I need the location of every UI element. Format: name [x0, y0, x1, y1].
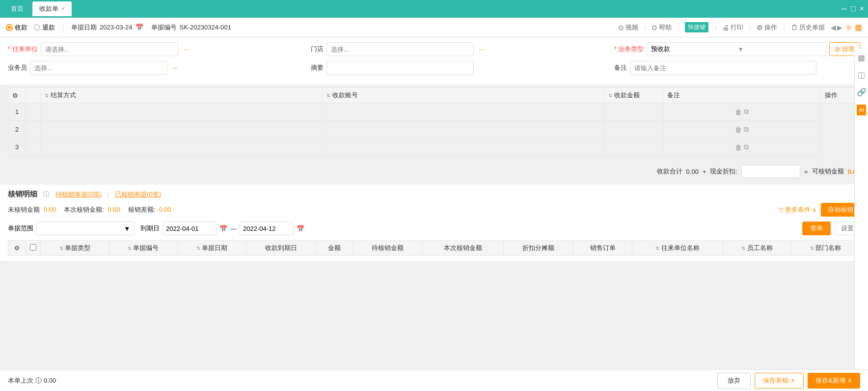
- table-header-row: ⚙ ⇅ 结算方式 ⇅ 收款账号 ⇅ 收款金额 备注 操作: [8, 88, 860, 103]
- data-table: ⚙ ⇅ 结算方式 ⇅ 收款账号 ⇅ 收款金额 备注 操作: [8, 87, 860, 156]
- video-label: 视频: [625, 23, 638, 32]
- row-1-amount[interactable]: [323, 103, 604, 121]
- history-icon: 🗒: [791, 24, 798, 31]
- sidebar-ai-icon[interactable]: Ai: [857, 105, 866, 115]
- row-2-settle[interactable]: [26, 121, 41, 139]
- help-label: 帮助: [659, 23, 672, 32]
- party-input[interactable]: [41, 42, 178, 56]
- nav-arrows: ◀ ▶: [831, 24, 842, 31]
- operation-label: 操作: [764, 23, 777, 32]
- range-select[interactable]: ▼: [36, 222, 135, 235]
- radio-refund[interactable]: 退款: [33, 23, 55, 32]
- row-2-account[interactable]: [41, 121, 323, 139]
- layout-list-icon[interactable]: ≡: [846, 23, 851, 32]
- summary-input[interactable]: [326, 61, 474, 75]
- row-3-delete-icon[interactable]: 🗑: [735, 143, 742, 151]
- salesperson-input[interactable]: [30, 61, 167, 75]
- nav-prev-icon[interactable]: ◀: [831, 24, 836, 31]
- range-select-arrow-icon: ▼: [124, 225, 130, 232]
- print-btn[interactable]: 🖨 打印: [720, 22, 745, 33]
- window-minimize-icon[interactable]: ─: [841, 4, 847, 13]
- calendar-icon[interactable]: 📅: [136, 24, 143, 31]
- business-type-label: 业务类型: [614, 45, 644, 54]
- row-num-2: 2: [8, 121, 26, 139]
- operation-btn[interactable]: ⚙ 操作: [755, 22, 779, 33]
- save-draft-arrow-icon: ∧: [790, 377, 795, 384]
- note-label: 备注: [614, 63, 627, 72]
- tab-close-icon[interactable]: ×: [61, 5, 65, 12]
- verify-info-icon[interactable]: ⓘ: [43, 190, 50, 199]
- table-account-label: 收款账号: [332, 91, 358, 99]
- save-new-btn[interactable]: 保存&新增 ∧: [808, 373, 860, 389]
- help-btn[interactable]: ⊙ 帮助: [650, 22, 674, 33]
- sidebar-table-icon[interactable]: ▦: [858, 53, 865, 62]
- salesperson-more-btn[interactable]: ···: [170, 64, 180, 72]
- bottom-col-number-th: ⇅ 单据编号: [109, 241, 178, 256]
- sidebar-doc-icon[interactable]: ◫: [858, 70, 865, 80]
- pending-tab[interactable]: 待核销单据(0笔): [55, 190, 102, 199]
- row-1-settle[interactable]: [26, 103, 41, 121]
- salesperson-label: 业务员: [8, 63, 27, 72]
- bottom-table: ⚙ ⇅ 单据类型 ⇅ 单据编号 ⇅ 单据日期 收款到期日 金额 待核销金额 本次…: [8, 240, 860, 256]
- summary-field: 摘要: [311, 61, 606, 75]
- row-2-amount[interactable]: [323, 121, 604, 139]
- summary-total-value: 0.00: [686, 168, 699, 175]
- row-1-account[interactable]: [41, 103, 323, 121]
- history-btn[interactable]: 🗒 历史单据: [789, 22, 827, 33]
- bottom-table-settings-th[interactable]: ⚙: [8, 241, 26, 256]
- row-3-amount[interactable]: [323, 139, 604, 156]
- row-3-note[interactable]: [604, 139, 663, 156]
- shortcut-btn[interactable]: 快捷键: [683, 21, 710, 33]
- query-btn[interactable]: 查询: [802, 222, 831, 235]
- bottom-col-duedate-th: 收款到期日: [246, 241, 316, 256]
- nav-next-icon[interactable]: ▶: [837, 24, 842, 31]
- radio-refund-label: 退款: [42, 23, 55, 32]
- row-3-settle[interactable]: [26, 139, 41, 156]
- row-1-delete-icon[interactable]: 🗑: [735, 108, 742, 116]
- carry-info-icon[interactable]: ⓘ: [35, 376, 42, 385]
- row-2-delete-icon[interactable]: 🗑: [735, 126, 742, 134]
- note-input[interactable]: [630, 61, 816, 75]
- radio-group: 收款 退款: [6, 23, 55, 32]
- date-from-input[interactable]: [163, 222, 217, 235]
- bottom-col-type-th: ⇅ 单据类型: [41, 241, 109, 256]
- footer-info: 本单上次 ⓘ 0.00: [8, 376, 56, 385]
- row-1-note[interactable]: [604, 103, 663, 121]
- row-1-copy-icon[interactable]: ⧉: [744, 108, 749, 116]
- shop-more-btn[interactable]: ···: [477, 45, 487, 53]
- select-all-checkbox[interactable]: [30, 244, 36, 251]
- settings-gear-icon: ⚙: [835, 46, 841, 53]
- summary-discount-input[interactable]: [741, 165, 800, 178]
- bottom-col-dept-th: ⇅ 部门名称: [791, 241, 860, 256]
- save-draft-btn[interactable]: 保存草稿 ∧: [755, 373, 804, 389]
- date-to-icon[interactable]: 📅: [297, 225, 304, 232]
- sidebar-link-icon[interactable]: 🔗: [857, 87, 867, 97]
- form-row-2: 业务员 ··· 摘要 备注: [8, 61, 860, 75]
- radio-receive[interactable]: 收款: [6, 23, 27, 32]
- row-3-account[interactable]: [41, 139, 323, 156]
- video-btn[interactable]: ⊙ 视频: [616, 22, 640, 33]
- tab-active[interactable]: 收款单 ×: [32, 1, 72, 16]
- row-2-note[interactable]: [604, 121, 663, 139]
- row-2-copy-icon[interactable]: ⧉: [744, 125, 749, 134]
- business-type-select[interactable]: 预收款 ▼: [647, 42, 826, 56]
- toolbar-right: ⊙ 视频 | ⊙ 帮助 | 快捷键 | 🖨 打印 | ⚙ 操作 | 🗒 历史单据…: [616, 21, 862, 33]
- table-settings-icon-th[interactable]: ⚙: [8, 88, 26, 103]
- bottom-table-checkbox-th[interactable]: [26, 241, 41, 256]
- window-maximize-icon[interactable]: □: [851, 4, 856, 13]
- tab-home[interactable]: 首页: [4, 1, 30, 16]
- party-more-btn[interactable]: ···: [181, 45, 191, 53]
- save-new-label: 保存&新增: [815, 376, 845, 385]
- date-from-icon[interactable]: 📅: [219, 225, 227, 232]
- shop-input[interactable]: [326, 42, 474, 56]
- summary-row: 收款合计 0.00 + 现金折扣: = 可核销金额 0.00: [0, 161, 868, 182]
- window-close-icon[interactable]: ×: [860, 4, 864, 13]
- row-3-copy-icon[interactable]: ⧉: [744, 143, 749, 151]
- more-conditions-btn[interactable]: ▽ 更多条件 ∧: [779, 205, 817, 214]
- done-tab[interactable]: 已核销单据(0笔): [115, 190, 161, 199]
- summary-discount-label: 现金折扣:: [710, 167, 737, 176]
- discard-btn[interactable]: 放弃: [717, 373, 751, 389]
- layout-grid-icon[interactable]: ▦: [855, 23, 862, 32]
- date-to-input[interactable]: [240, 222, 294, 235]
- bottom-table-header: ⚙ ⇅ 单据类型 ⇅ 单据编号 ⇅ 单据日期 收款到期日 金额 待核销金额 本次…: [8, 241, 860, 256]
